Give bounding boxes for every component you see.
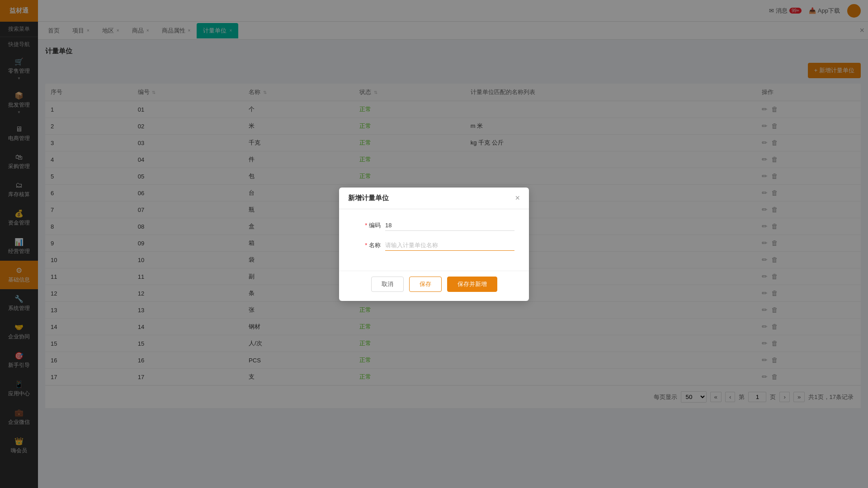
save-button[interactable]: 保存 [409,277,442,292]
name-input[interactable] [385,240,514,251]
cancel-button[interactable]: 取消 [371,277,404,292]
save-and-new-button[interactable]: 保存并新增 [447,277,497,292]
form-row-code: 编码 [354,220,514,231]
form-row-name: 名称 [354,240,514,251]
modal-footer: 取消 保存 保存并新增 [339,271,529,301]
modal-body: 编码 名称 [339,209,529,271]
code-input[interactable] [385,220,514,231]
modal-title: 新增计量单位 [348,194,389,202]
name-field-label: 名称 [354,241,381,249]
modal-close-btn[interactable]: × [515,194,520,202]
add-unit-modal: 新增计量单位 × 编码 名称 取消 保存 保存并新增 [339,188,529,301]
modal-header: 新增计量单位 × [339,188,529,209]
code-field-label: 编码 [354,221,381,230]
modal-overlay[interactable]: 新增计量单位 × 编码 名称 取消 保存 保存并新增 [0,0,868,488]
